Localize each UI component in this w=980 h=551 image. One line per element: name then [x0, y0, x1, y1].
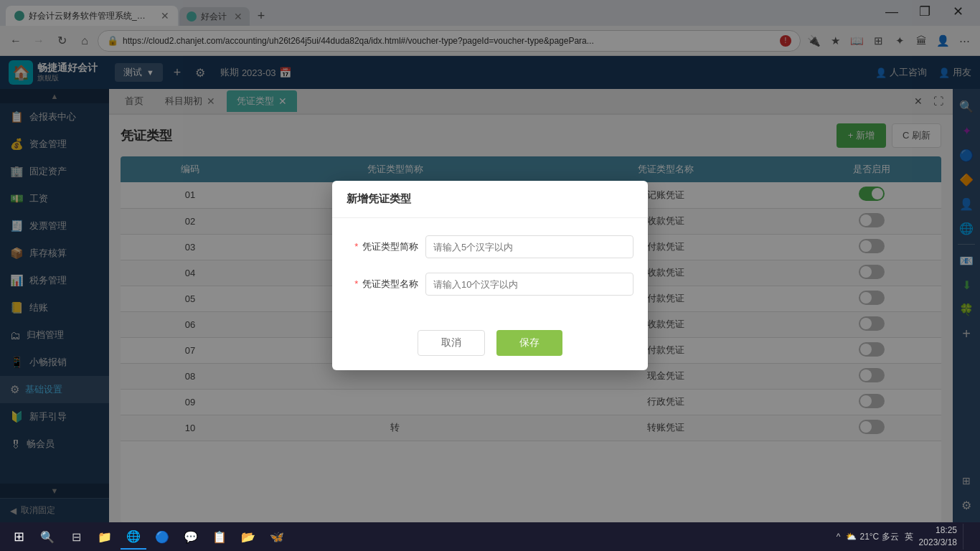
save-button[interactable]: 保存 — [496, 330, 562, 356]
modal-header: 新增凭证类型 — [332, 181, 648, 218]
short-name-input[interactable] — [425, 235, 633, 258]
cancel-button[interactable]: 取消 — [418, 330, 485, 356]
short-label-text: 凭证类型简称 — [362, 241, 418, 252]
modal-footer: 取消 保存 — [332, 321, 648, 370]
weather-text: 21°C 多云 — [859, 531, 898, 543]
taskbar-lang[interactable]: 英 — [905, 531, 913, 543]
form-row-name: * 凭证类型名称 — [347, 273, 633, 296]
lang-text: 英 — [905, 532, 913, 542]
modal-dialog: 新增凭证类型 * 凭证类型简称 * 凭证类型名称 取消 保存 — [332, 181, 648, 370]
taskbar-edge-button[interactable]: 🌐 — [121, 524, 146, 550]
full-label-text: 凭证类型名称 — [362, 278, 418, 289]
taskbar: ⊞ 🔍 ⊟ 📁 🌐 🔵 💬 📋 📂 🦋 ^ ⛅ 21°C 多云 英 18:25 … — [0, 522, 980, 551]
taskbar-view-button[interactable]: ⊟ — [63, 524, 89, 550]
modal-title: 新增凭证类型 — [347, 192, 411, 206]
time-display: 18:25 — [919, 524, 957, 537]
modal-overlay: 新增凭证类型 * 凭证类型简称 * 凭证类型名称 取消 保存 — [0, 0, 980, 551]
taskbar-chrome-button[interactable]: 🔵 — [149, 524, 175, 550]
taskbar-search-button[interactable]: 🔍 — [34, 524, 60, 550]
taskbar-weather: ⛅ 21°C 多云 — [846, 531, 898, 543]
taskbar-wechat-button[interactable]: 💬 — [178, 524, 204, 550]
taskbar-file-button[interactable]: 📁 — [92, 524, 118, 550]
show-desktop-button[interactable] — [963, 524, 974, 550]
start-button[interactable]: ⊞ — [6, 524, 32, 550]
taskbar-right: ^ ⛅ 21°C 多云 英 18:25 2023/3/18 — [837, 524, 974, 550]
required-star-2: * — [354, 278, 358, 289]
short-name-label: * 凭证类型简称 — [347, 240, 425, 253]
weather-icon: ⛅ — [846, 532, 857, 542]
modal-body: * 凭证类型简称 * 凭证类型名称 — [332, 218, 648, 321]
taskbar-folder-button[interactable]: 📂 — [235, 524, 261, 550]
chevron-up-icon: ^ — [837, 532, 841, 542]
full-name-label: * 凭证类型名称 — [347, 278, 425, 291]
required-star-1: * — [354, 241, 358, 252]
date-display: 2023/3/18 — [919, 537, 957, 549]
taskbar-notifications[interactable]: ^ — [837, 532, 841, 542]
full-name-input[interactable] — [425, 273, 633, 296]
taskbar-clock: 18:25 2023/3/18 — [919, 524, 957, 549]
taskbar-edge2-button[interactable]: 🦋 — [264, 524, 290, 550]
form-row-short: * 凭证类型简称 — [347, 235, 633, 258]
taskbar-app2-button[interactable]: 📋 — [207, 524, 232, 550]
